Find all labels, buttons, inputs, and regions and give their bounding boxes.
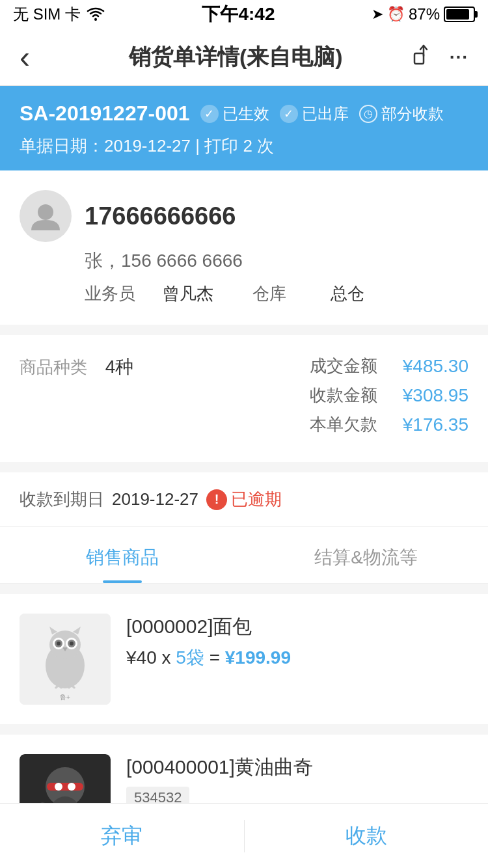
sales-value: 曾凡杰 [163, 282, 213, 305]
received-stat: 收款金额 ¥308.95 [310, 384, 468, 407]
status-bar-time: 下午4:42 [202, 2, 275, 27]
collect-payment-button[interactable]: 收款 [245, 804, 489, 868]
status-bar: 无 SIM 卡 下午4:42 ➤ ⏰ 87% [0, 0, 488, 29]
check-icon-shipped: ✓ [280, 105, 298, 123]
customer-details: 业务员 曾凡杰 仓库 总仓 [85, 282, 468, 305]
product-thumb-1: 鲁+ [20, 614, 111, 705]
svg-point-11 [57, 642, 61, 645]
product-info-1: [0000002]面包 ¥40 x 5袋 = ¥199.99 [126, 614, 468, 670]
product-name-2: [000400001]黄油曲奇 [126, 754, 468, 781]
svg-rect-16 [47, 783, 83, 791]
svg-point-17 [55, 783, 62, 791]
bottom-bar: 弃审 收款 [0, 803, 488, 868]
warehouse-label: 仓库 [252, 282, 331, 305]
svg-point-12 [70, 642, 74, 645]
clock-icon: ◷ [359, 105, 377, 123]
check-icon-effected: ✓ [200, 105, 219, 123]
stats-left: 商品种类 4种 [20, 355, 133, 382]
status-effected: ✓ 已生效 [200, 103, 269, 124]
svg-rect-1 [414, 53, 424, 64]
tab-sales-products[interactable]: 销售商品 [0, 527, 244, 583]
tab-settlement[interactable]: 结算&物流等 [244, 527, 488, 583]
page-title: 销货单详情(来自电脑) [129, 42, 343, 72]
order-id: SA-20191227-001 [20, 102, 190, 126]
svg-point-3 [38, 204, 53, 220]
overdue-text: 已逾期 [231, 488, 282, 511]
nav-bar: ‹ 销货单详情(来自电脑) ··· [0, 29, 488, 86]
stats-section: 商品种类 4种 成交金额 ¥485.30 收款金额 ¥308.95 本单欠款 ¥… [0, 335, 488, 462]
share-icon[interactable] [413, 44, 434, 70]
due-date-section: 收款到期日 2019-12-27 ! 已逾期 [0, 472, 488, 527]
stats-right: 成交金额 ¥485.30 收款金额 ¥308.95 本单欠款 ¥176.35 [310, 355, 468, 442]
svg-point-18 [68, 783, 75, 791]
tab-bar: 销售商品 结算&物流等 [0, 527, 488, 584]
category-stat: 商品种类 4种 [20, 355, 133, 379]
wifi-icon [86, 7, 105, 21]
cancel-review-button[interactable]: 弃审 [0, 804, 244, 868]
battery-percent: 87% [409, 5, 440, 23]
product-price-1: ¥40 x 5袋 = ¥199.99 [126, 645, 468, 670]
battery-icon [444, 7, 475, 22]
status-partial: ◷ 部分收款 [359, 103, 444, 124]
order-banner: SA-20191227-001 ✓ 已生效 ✓ 已出库 ◷ 部分收款 单据日期：… [0, 86, 488, 170]
customer-name-phone: 张，156 6666 6666 [85, 249, 468, 273]
location-icon: ➤ [372, 6, 383, 23]
order-meta: 单据日期：2019-12-27 | 打印 2 次 [20, 135, 468, 157]
svg-point-0 [94, 18, 97, 21]
customer-phone: 17666666666 [85, 202, 236, 230]
transaction-stat: 成交金额 ¥485.30 [310, 355, 468, 377]
customer-section: 17666666666 张，156 6666 6666 业务员 曾凡杰 仓库 总… [0, 170, 488, 325]
carrier-label: 无 SIM 卡 [13, 4, 81, 25]
product-name-1: [0000002]面包 [126, 614, 468, 640]
status-shipped: ✓ 已出库 [280, 103, 349, 124]
warehouse-value: 总仓 [331, 282, 364, 305]
due-date-value: 2019-12-27 [112, 489, 198, 509]
nav-actions: ··· [413, 44, 468, 70]
status-bar-left: 无 SIM 卡 [13, 4, 105, 25]
status-bar-right: ➤ ⏰ 87% [372, 5, 475, 23]
svg-text:鲁+: 鲁+ [60, 694, 70, 701]
overdue-badge: ! 已逾期 [206, 488, 282, 511]
owed-stat: 本单欠款 ¥176.35 [310, 413, 468, 436]
due-label: 收款到期日 [20, 488, 104, 511]
sales-label: 业务员 [85, 282, 163, 305]
customer-avatar [20, 190, 72, 242]
overdue-icon: ! [206, 489, 227, 510]
more-icon[interactable]: ··· [450, 47, 468, 68]
product-item: 鲁+ [0000002]面包 ¥40 x 5袋 = ¥199.99 [0, 594, 488, 724]
back-button[interactable]: ‹ [20, 39, 59, 75]
alarm-icon: ⏰ [387, 6, 405, 23]
